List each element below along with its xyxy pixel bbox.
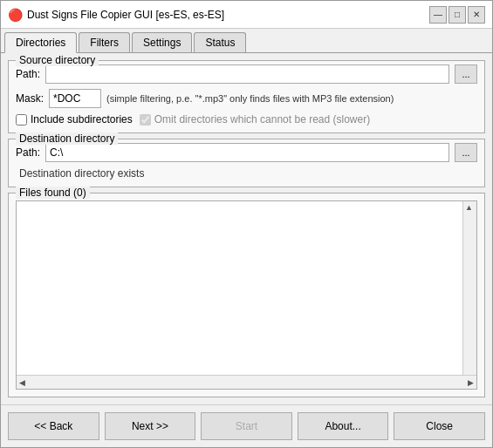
- next-button[interactable]: Next >>: [105, 412, 196, 440]
- omit-dir-checkbox: [140, 114, 151, 126]
- back-button[interactable]: << Back: [8, 412, 99, 440]
- main-window: 🔴 Dust Signs File Copier GUI [es-ES, es-…: [0, 0, 493, 448]
- source-directory-group: Source directory Path: ... Mask: (simple…: [8, 60, 485, 133]
- source-directory-label: Source directory: [16, 54, 99, 66]
- scroll-right-arrow[interactable]: ▶: [465, 378, 476, 387]
- tab-settings[interactable]: Settings: [132, 32, 192, 52]
- source-path-label: Path:: [16, 68, 40, 80]
- files-listbox[interactable]: ▲ ▼ ◀ ▶: [16, 200, 477, 390]
- tab-directories[interactable]: Directories: [4, 32, 77, 53]
- source-browse-button[interactable]: ...: [455, 64, 477, 84]
- about-button[interactable]: About...: [298, 412, 389, 440]
- dest-browse-button[interactable]: ...: [455, 143, 477, 162]
- scroll-left-arrow[interactable]: ◀: [17, 378, 28, 387]
- mask-label: Mask:: [16, 92, 44, 105]
- title-bar-left: 🔴 Dust Signs File Copier GUI [es-ES, es-…: [8, 8, 224, 22]
- dest-path-input[interactable]: [45, 143, 449, 162]
- close-button[interactable]: Close: [394, 412, 485, 440]
- omit-dir-label-text: Omit directories which cannot be read (s…: [154, 113, 370, 126]
- window-title: Dust Signs File Copier GUI [es-ES, es-ES…: [27, 9, 224, 21]
- source-path-input[interactable]: [45, 64, 449, 84]
- tab-filters[interactable]: Filters: [79, 32, 130, 52]
- files-found-group: Files found (0) ▲ ▼ ◀ ▶: [8, 193, 485, 397]
- source-path-row: Path: ...: [16, 64, 477, 84]
- mask-hint: (simple filtering, p.e. "*.mp3" only fin…: [106, 93, 477, 104]
- destination-directory-group: Destination directory Path: ... Destinat…: [8, 139, 485, 187]
- app-icon: 🔴: [8, 8, 22, 22]
- title-bar: 🔴 Dust Signs File Copier GUI [es-ES, es-…: [1, 1, 492, 29]
- scroll-up-arrow[interactable]: ▲: [465, 203, 473, 212]
- files-found-label: Files found (0): [16, 187, 90, 199]
- maximize-button[interactable]: □: [448, 6, 466, 24]
- dest-path-label: Path:: [16, 146, 40, 159]
- minimize-button[interactable]: —: [429, 6, 447, 24]
- vertical-scrollbar[interactable]: ▲ ▼: [462, 201, 476, 389]
- dest-path-row: Path: ...: [16, 143, 477, 162]
- close-window-button[interactable]: ✕: [468, 6, 485, 24]
- include-subdir-checkbox-label[interactable]: Include subdirectories: [16, 113, 133, 126]
- include-subdir-label-text: Include subdirectories: [31, 113, 133, 126]
- mask-row: Mask: (simple filtering, p.e. "*.mp3" on…: [16, 89, 477, 108]
- horizontal-scrollbar[interactable]: ◀ ▶: [17, 375, 476, 389]
- tab-status[interactable]: Status: [194, 32, 246, 52]
- tab-bar: Directories Filters Settings Status: [1, 29, 492, 53]
- mask-input[interactable]: [49, 89, 101, 108]
- bottom-bar: << Back Next >> Start About... Close: [1, 404, 492, 447]
- omit-dir-checkbox-label: Omit directories which cannot be read (s…: [140, 113, 370, 126]
- include-subdir-checkbox[interactable]: [16, 114, 27, 126]
- start-button[interactable]: Start: [201, 412, 292, 440]
- checkbox-row: Include subdirectories Omit directories …: [16, 113, 477, 126]
- title-buttons: — □ ✕: [429, 6, 485, 24]
- destination-directory-label: Destination directory: [16, 132, 118, 145]
- dest-status-text: Destination directory exists: [16, 167, 477, 180]
- main-content: Source directory Path: ... Mask: (simple…: [1, 53, 492, 404]
